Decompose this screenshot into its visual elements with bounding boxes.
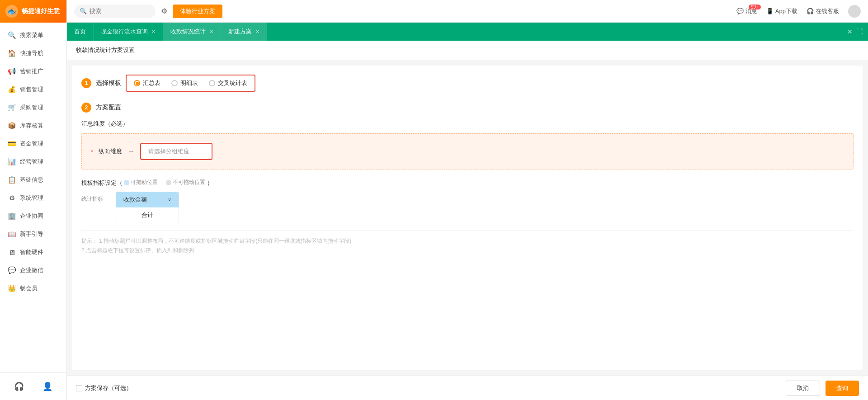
sidebar-item-basic-info[interactable]: 📋 基础信息	[0, 171, 66, 189]
gear-icon[interactable]: ⚙	[161, 7, 167, 15]
sidebar-item-label: 系统管理	[20, 194, 43, 202]
step1-header: 1 选择模板 汇总表 明细表 交叉统计表	[81, 75, 854, 92]
draggable-label: 可拖动位置	[131, 179, 158, 186]
query-button[interactable]: 查询	[826, 381, 859, 396]
tab-receipt-close[interactable]: ✕	[209, 29, 213, 34]
download-label: App下载	[775, 7, 797, 15]
tabs-right: ✕ ⛶	[842, 23, 868, 41]
search-icon: 🔍	[80, 8, 87, 14]
tab-receipt-stat[interactable]: 收款情况统计 ✕	[163, 23, 221, 41]
sidebar-item-hardware[interactable]: 🖥 智能硬件	[0, 243, 66, 261]
window-maximize-btn[interactable]: ⛶	[856, 28, 863, 35]
window-close-btn[interactable]: ✕	[847, 28, 853, 35]
metric-table-area: 统计指标 收款金额 ∨ 合计	[81, 192, 854, 223]
download-icon: 📱	[766, 8, 774, 14]
sidebar-nav: 🔍 搜索菜单 🏠 快捷导航 📢 营销推广 💰 销售管理 🛒 采购管理 📦 库存核…	[0, 23, 66, 372]
step1-section: 1 选择模板 汇总表 明细表 交叉统计表	[81, 75, 854, 92]
tab-new-plan[interactable]: 新建方案 ✕	[221, 23, 267, 41]
service-item[interactable]: 🎧 在线客服	[807, 7, 839, 15]
radio-detail[interactable]: 明细表	[171, 79, 198, 87]
tab-cashflow-close[interactable]: ✕	[151, 29, 156, 34]
dimension-placeholder: 请选择分组维度	[148, 148, 189, 155]
metric-label-prefix: 模板指标设定（	[81, 179, 123, 186]
radio-cross[interactable]: 交叉统计表	[209, 79, 247, 87]
stats-table-body: 合计	[116, 207, 179, 223]
sidebar-item-inventory[interactable]: 📦 库存核算	[0, 117, 66, 135]
radio-cross-label: 交叉统计表	[218, 79, 247, 87]
sidebar-item-quicknav[interactable]: 🏠 快捷导航	[0, 44, 66, 62]
marketing-icon: 📢	[7, 67, 16, 76]
cancel-button[interactable]: 取消	[786, 381, 820, 396]
metric-section-label: 统计指标	[81, 196, 103, 202]
sidebar-item-label: 企业微信	[20, 266, 43, 274]
bottom-actions: 取消 查询	[786, 381, 859, 396]
breadcrumb: 收款情况统计方案设置	[76, 47, 135, 53]
weixin-icon: 💬	[7, 266, 16, 275]
dimension-select[interactable]: 请选择分组维度	[140, 143, 212, 160]
dimension-config-label: 汇总维度（必选）	[81, 120, 854, 128]
sidebar: 🐟 畅捷通好生意 🔍 搜索菜单 🏠 快捷导航 📢 营销推广 💰 销售管理 🛒 采…	[0, 0, 67, 400]
dimension-row-label: 纵向维度	[99, 147, 122, 155]
service-label: 在线客服	[816, 7, 839, 15]
tips-section: 提示： 1.拖动标题栏可以调整布局，不可跨维度或指标区域拖动栏目字段(只能在同一…	[81, 231, 854, 256]
radio-summary[interactable]: 汇总表	[134, 79, 160, 87]
system-icon: ⚙	[7, 193, 16, 202]
radio-summary-circle	[134, 80, 140, 86]
dimension-required-mark: *	[91, 148, 93, 155]
not-draggable-hint: 不可拖动位置	[166, 179, 205, 186]
step2-title: 方案配置	[96, 104, 121, 112]
trial-button[interactable]: 体验行业方案	[173, 5, 222, 18]
not-draggable-label: 不可拖动位置	[173, 179, 205, 186]
sidebar-item-guide[interactable]: 📖 新手引导	[0, 225, 66, 243]
download-item[interactable]: 📱 App下载	[766, 7, 797, 15]
sidebar-item-enterprise[interactable]: 🏢 企业协同	[0, 207, 66, 225]
main-card: 1 选择模板 汇总表 明细表 交叉统计表	[72, 66, 863, 370]
tips-title: 提示：	[81, 238, 98, 244]
metric-settings: 模板指标设定（ 可拖动位置 不可拖动位置 ）	[81, 179, 854, 223]
sidebar-item-label: 智能硬件	[20, 248, 43, 256]
sidebar-item-finance[interactable]: 💳 资金管理	[0, 135, 66, 153]
sidebar-item-system[interactable]: ⚙ 系统管理	[0, 189, 66, 207]
col-dropdown-icon[interactable]: ∨	[168, 197, 171, 202]
sidebar-item-label: 资金管理	[20, 140, 43, 148]
step1-title: 选择模板	[96, 79, 121, 87]
sidebar-item-member[interactable]: 👑 畅会员	[0, 279, 66, 297]
sidebar-item-label: 采购管理	[20, 104, 43, 112]
search-input[interactable]	[90, 8, 148, 14]
save-checkbox-item[interactable]: 方案保存（可选）	[76, 384, 132, 392]
sidebar-item-weixin[interactable]: 💬 企业微信	[0, 261, 66, 279]
brand-name: 畅捷通好生意	[22, 7, 60, 15]
sidebar-item-purchase[interactable]: 🛒 采购管理	[0, 99, 66, 117]
col-header-label: 收款金额	[123, 196, 147, 204]
tab-receipt-label: 收款情况统计	[170, 28, 206, 36]
inventory-icon: 📦	[7, 121, 16, 130]
basic-info-icon: 📋	[7, 175, 16, 184]
sidebar-item-search[interactable]: 🔍 搜索菜单	[0, 26, 66, 44]
tab-cashflow-label: 现金银行流水查询	[101, 28, 148, 36]
sidebar-footer: 🎧 👤	[0, 372, 66, 400]
user-avatar[interactable]	[848, 5, 861, 18]
footer-item-1[interactable]: 🎧	[10, 377, 28, 395]
tab-cashflow[interactable]: 现金银行流水查询 ✕	[94, 23, 163, 41]
tab-new-plan-close[interactable]: ✕	[255, 29, 259, 34]
purchase-icon: 🛒	[7, 103, 16, 112]
tab-home[interactable]: 首页	[67, 23, 94, 41]
sidebar-item-marketing[interactable]: 📢 营销推广	[0, 62, 66, 80]
search-menu-icon: 🔍	[7, 31, 16, 40]
topbar: 🔍 ⚙ 体验行业方案 💬 消息 99+ 📱 App下载 🎧 在线客服	[67, 0, 868, 23]
tip-item-2: 2.点击标题栏下拉可设置排序、插入列和删除列	[81, 246, 854, 256]
sidebar-item-sales[interactable]: 💰 销售管理	[0, 80, 66, 99]
footer-item-2[interactable]: 👤	[38, 377, 57, 395]
tabs-bar: 首页 现金银行流水查询 ✕ 收款情况统计 ✕ 新建方案 ✕ ✕ ⛶	[67, 23, 868, 41]
message-item[interactable]: 💬 消息 99+	[736, 7, 757, 15]
sidebar-item-label: 畅会员	[20, 284, 38, 292]
metric-section-label-area: 统计指标	[81, 192, 108, 223]
search-box[interactable]: 🔍	[74, 5, 156, 18]
step2-section: 2 方案配置 汇总维度（必选） * 纵向维度 → 请选择分组维度	[81, 103, 854, 256]
message-icon: 💬	[736, 8, 744, 14]
draggable-hint: 可拖动位置	[124, 179, 158, 186]
sidebar-item-management[interactable]: 📊 经营管理	[0, 153, 66, 171]
tip-text-2: 2.点击标题栏下拉可设置排序、插入列和删除列	[81, 247, 194, 254]
sidebar-item-label: 经营管理	[20, 158, 43, 166]
save-checkbox[interactable]	[76, 385, 82, 391]
